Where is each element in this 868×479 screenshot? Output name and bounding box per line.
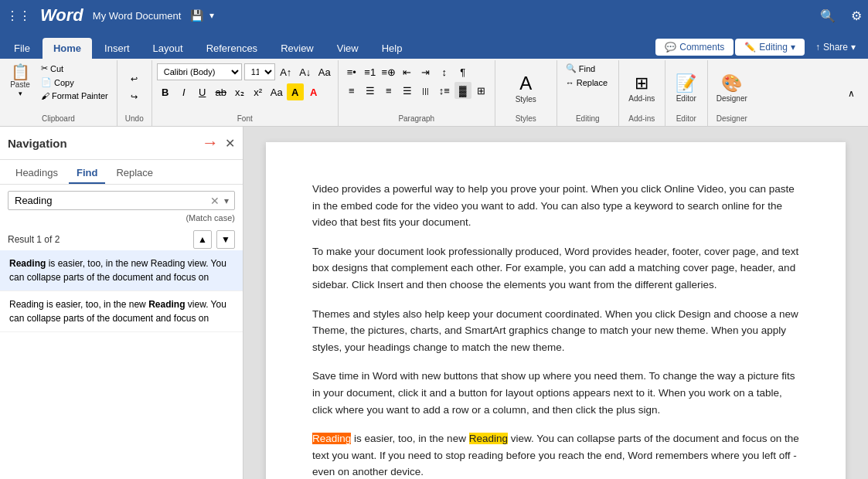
tab-review[interactable]: Review xyxy=(270,38,325,59)
show-hide-button[interactable]: ¶ xyxy=(454,63,471,80)
previous-result-button[interactable]: ▲ xyxy=(193,230,212,249)
search-input[interactable] xyxy=(12,193,208,208)
paragraph-2: To make your document look professionall… xyxy=(312,243,799,294)
italic-button[interactable]: I xyxy=(175,83,192,100)
format-painter-button[interactable]: 🖌 Format Painter xyxy=(37,90,112,102)
clear-search-button[interactable]: ✕ xyxy=(208,195,222,207)
paragraph-3: Themes and styles also help keep your do… xyxy=(312,306,799,356)
decrease-indent-button[interactable]: ⇤ xyxy=(399,63,416,80)
document-page: Video provides a powerful way to help yo… xyxy=(266,142,846,479)
share-button[interactable]: ↑ Share ▾ xyxy=(806,39,865,56)
tab-find[interactable]: Find xyxy=(69,163,105,184)
designer-group: 🎨 Designer Designer xyxy=(708,60,756,126)
tab-home[interactable]: Home xyxy=(43,38,92,59)
paste-icon: 📋 xyxy=(11,64,30,80)
cut-icon: ✂ xyxy=(41,63,48,73)
replace-button[interactable]: ↔ Replace xyxy=(562,76,611,89)
font-size-select[interactable]: 11 xyxy=(244,63,275,80)
tab-file[interactable]: File xyxy=(3,38,41,59)
result-item-1[interactable]: Reading is easier, too, in the new Readi… xyxy=(0,250,243,291)
result-2-prefix: Reading is easier, too, in the new xyxy=(9,299,148,310)
designer-label: Designer xyxy=(713,114,751,124)
subscript-button[interactable]: x₂ xyxy=(231,83,248,100)
undo-button[interactable]: ↩ xyxy=(122,72,147,87)
waffle-icon[interactable]: ⋮⋮ xyxy=(6,8,31,23)
numbering-button[interactable]: ≡1 xyxy=(362,63,379,80)
search-icon[interactable]: 🔍 xyxy=(820,8,836,23)
increase-font-button[interactable]: A↑ xyxy=(277,63,294,80)
line-spacing-button[interactable]: ↕≡ xyxy=(436,82,453,99)
strikethrough-button[interactable]: ab xyxy=(213,83,230,100)
find-button[interactable]: 🔍 Find xyxy=(562,62,599,75)
font-family-select[interactable]: Calibri (Body) xyxy=(157,63,242,80)
multilevel-button[interactable]: ≡⊕ xyxy=(380,63,397,80)
increase-indent-button[interactable]: ⇥ xyxy=(417,63,434,80)
arrow-right-icon: → xyxy=(202,133,219,153)
styles-button[interactable]: A Styles xyxy=(512,70,540,106)
tab-headings[interactable]: Headings xyxy=(8,163,66,184)
font-color-button[interactable]: A xyxy=(305,83,322,100)
tab-help[interactable]: Help xyxy=(371,38,414,59)
font-group: Calibri (Body) 11 A↑ A↓ Aa B I U ab x₂ x… xyxy=(152,60,339,126)
collapse-ribbon-button[interactable]: ∧ xyxy=(840,83,862,104)
ribbon-controls: ∧ xyxy=(840,60,868,126)
search-row: ✕ ▾ xyxy=(8,191,235,210)
copy-icon: 📄 xyxy=(41,77,52,87)
chevron-down-icon[interactable]: ▾ xyxy=(209,10,214,21)
sort-button[interactable]: ↕ xyxy=(436,63,453,80)
editing-button[interactable]: ✏️ Editing ▾ xyxy=(735,39,805,56)
redo-button[interactable]: ↪ xyxy=(122,90,147,104)
bold-button[interactable]: B xyxy=(157,83,174,100)
tab-insert[interactable]: Insert xyxy=(94,38,141,59)
clear-format-button[interactable]: Aa xyxy=(316,63,333,80)
editor-group: 📝 Editor Editor xyxy=(665,60,708,126)
cut-button[interactable]: ✂ Cut xyxy=(37,62,112,75)
justify-button[interactable]: ☰ xyxy=(399,82,416,99)
tab-references[interactable]: References xyxy=(196,38,268,59)
underline-button[interactable]: U xyxy=(194,83,211,100)
comments-button[interactable]: 💬 Comments xyxy=(655,39,734,56)
highlight-button[interactable]: A xyxy=(287,83,304,100)
settings-icon[interactable]: ⚙ xyxy=(851,8,862,23)
designer-button[interactable]: 🎨 Designer xyxy=(713,71,751,105)
decrease-font-button[interactable]: A↓ xyxy=(297,63,314,80)
columns-button[interactable]: ⫼ xyxy=(417,82,434,99)
navigation-tabs: Headings Find Replace xyxy=(0,160,243,185)
search-options-button[interactable]: ▾ xyxy=(222,195,231,206)
result-item-2[interactable]: Reading is easier, too, in the new Readi… xyxy=(0,291,243,332)
borders-button[interactable]: ⊞ xyxy=(473,82,490,99)
addins-button[interactable]: ⊞ Add-ins xyxy=(625,71,659,105)
paragraph-5: Reading is easier, too, in the new Readi… xyxy=(312,430,799,479)
main-area: Navigation → ✕ Headings Find Replace ✕ ▾… xyxy=(0,127,868,479)
addins-label: Add-ins xyxy=(624,114,660,124)
align-left-button[interactable]: ≡ xyxy=(343,82,360,99)
editing-chevron-icon: ▾ xyxy=(791,42,795,53)
next-result-button[interactable]: ▼ xyxy=(216,230,235,249)
share-chevron-icon: ▾ xyxy=(851,42,856,53)
case-button[interactable]: Aa xyxy=(268,83,285,100)
ribbon-tab-bar: File Home Insert Layout References Revie… xyxy=(0,31,868,59)
paste-button[interactable]: 📋 Paste ▾ xyxy=(5,62,36,100)
editor-button[interactable]: 📝 Editor xyxy=(672,71,700,105)
find-icon: 🔍 xyxy=(566,63,577,73)
designer-icon: 🎨 xyxy=(721,73,742,93)
document-area[interactable]: Video provides a powerful way to help yo… xyxy=(243,127,868,479)
close-navigation-button[interactable]: ✕ xyxy=(225,136,235,151)
paragraph-group: ≡• ≡1 ≡⊕ ⇤ ⇥ ↕ ¶ ≡ ☰ ≡ ☰ ⫼ ↕≡ ▓ ⊞ Paragr… xyxy=(339,60,495,126)
bullets-button[interactable]: ≡• xyxy=(343,63,360,80)
copy-button[interactable]: 📄 Copy xyxy=(37,76,112,89)
ribbon: 📋 Paste ▾ ✂ Cut 📄 Copy 🖌 Format Painter xyxy=(0,59,868,127)
tab-replace[interactable]: Replace xyxy=(108,163,161,184)
align-right-button[interactable]: ≡ xyxy=(380,82,397,99)
undo-label: Undo xyxy=(122,114,147,124)
tab-view[interactable]: View xyxy=(326,38,369,59)
result-navigation: Result 1 of 2 ▲ ▼ xyxy=(0,229,243,250)
result-2-highlight: Reading xyxy=(148,299,185,310)
superscript-button[interactable]: x² xyxy=(250,83,267,100)
shading-button[interactable]: ▓ xyxy=(454,82,471,99)
align-center-button[interactable]: ☰ xyxy=(362,82,379,99)
editing-group: 🔍 Find ↔ Replace Editing xyxy=(557,60,619,126)
styles-group: A Styles Styles xyxy=(495,60,557,126)
editor-icon: 📝 xyxy=(676,73,696,93)
tab-layout[interactable]: Layout xyxy=(142,38,194,59)
